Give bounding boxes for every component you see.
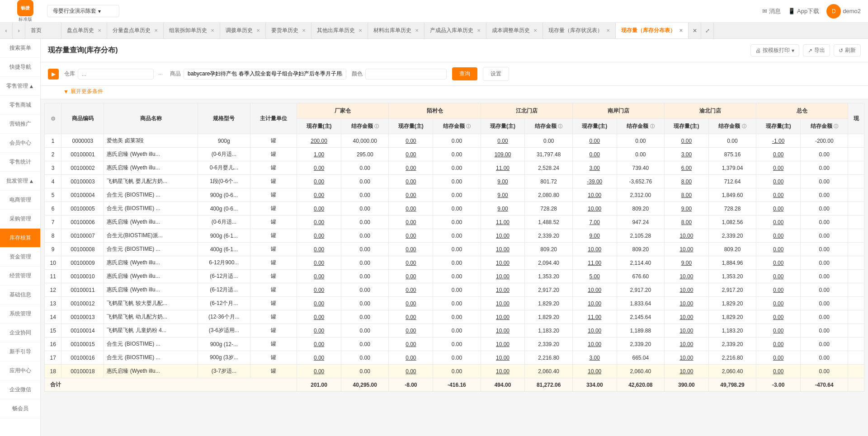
sum-total-amt: -470.64 [801, 378, 848, 392]
sidebar-item-members[interactable]: 会员中心 [0, 134, 40, 153]
printer-icon: 🖨 [755, 47, 761, 54]
close-icon[interactable]: ✕ [256, 28, 260, 33]
sidebar-item-enterprise[interactable]: 企业协同 [0, 323, 40, 342]
close-icon[interactable]: ✕ [415, 28, 419, 33]
tab-split-check[interactable]: 分量盘点单历史✕ [107, 23, 164, 39]
sidebar-item-marketing[interactable]: 营销推广 [0, 115, 40, 134]
th-mucun-qty: 现存量(主) [389, 119, 433, 134]
app-download-button[interactable]: 📱 App下载 [788, 7, 819, 15]
chevron-icon: ▲ [29, 83, 34, 89]
logo-icon: 畅捷 [17, 0, 33, 16]
close-icon[interactable]: ✕ [533, 28, 537, 33]
avatar: D [826, 4, 841, 19]
tab-stock-dist[interactable]: 现存量（库存分布表）✕ [616, 23, 689, 39]
setting-button[interactable]: 设置 [483, 67, 509, 81]
chevron-down-icon: ▾ [98, 8, 101, 14]
expand-row: ▼ 展开更多条件 [41, 86, 868, 99]
tab-material-out[interactable]: 材料出库单历史✕ [368, 23, 425, 39]
table-row: 1000100009惠氏启臻 (Wyeth illu...6-12月900...… [45, 256, 864, 270]
sidebar-item-operations[interactable]: 经营管理 [0, 267, 40, 286]
export-button[interactable]: ↗ 导出 [803, 44, 830, 56]
sidebar-item-retail[interactable]: 零售管理 ▲ [0, 77, 40, 96]
print-button[interactable]: 🖨 按模板打印 ▾ [750, 44, 799, 56]
close-icon[interactable]: ✕ [211, 28, 214, 33]
tab-close-all-btn[interactable]: ✕ [689, 23, 701, 39]
page-actions: 🖨 按模板打印 ▾ ↗ 导出 ↺ 刷新 [750, 44, 861, 56]
top-bar-left: 畅捷 标准版 母婴行业演示陈套 ▾ [7, 0, 119, 23]
tab-home[interactable]: 首页 [25, 23, 61, 39]
close-icon[interactable]: ✕ [606, 28, 610, 33]
product-filter: 商品 [170, 69, 346, 80]
tab-transfer[interactable]: 调拨单历史✕ [220, 23, 266, 39]
product-label: 商品 [170, 70, 181, 78]
th-factory: 厂家仓 [297, 103, 389, 119]
close-icon[interactable]: ✕ [98, 28, 101, 33]
close-icon[interactable]: ✕ [154, 28, 158, 33]
sidebar-item-ecommerce[interactable]: 电商管理 [0, 191, 40, 210]
tab-other-out[interactable]: 其他出库单历史✕ [311, 23, 368, 39]
sidebar-item-inventory[interactable]: 库存核算 [0, 229, 40, 248]
tab-inventory-check[interactable]: 盘点单历史✕ [61, 23, 107, 39]
sum-total-qty: -3.00 [756, 378, 801, 392]
sidebar-item-wechat[interactable]: 企业微信 [0, 380, 40, 399]
th-settings[interactable]: ⚙ [45, 103, 61, 134]
color-label: 颜色 [352, 70, 363, 78]
th-code: 商品编码 [61, 103, 104, 134]
sum-factory-qty: 201.00 [297, 378, 341, 392]
user-info[interactable]: D demo2 [826, 4, 861, 19]
refresh-label: 刷新 [845, 47, 856, 54]
tab-stock-status[interactable]: 现存量（库存状况表）✕ [543, 23, 616, 39]
table-container[interactable]: ⚙ 商品编码 商品名称 规格型号 主计量单位 厂家仓 陌村仓 江北门店 南岸门店… [41, 99, 868, 436]
download-icon: 📱 [788, 8, 795, 14]
th-nanan-amt: 结存金额 ⓘ [617, 119, 664, 134]
th-nanan-qty: 现存量(主) [572, 119, 617, 134]
expand-icon: ▼ [63, 89, 69, 95]
sidebar-item-apps[interactable]: 应用中心 [0, 361, 40, 380]
th-unit: 主计量单位 [250, 103, 297, 134]
tab-cost-adjust[interactable]: 成本调整单历史✕ [486, 23, 543, 39]
tab-assemble[interactable]: 组装拆卸单历史✕ [164, 23, 220, 39]
tab-expand-btn[interactable]: ⤢ [701, 23, 714, 39]
table-row: 300100002惠氏启臻 (Wyeth illu...0-6月婴儿...罐0.… [45, 161, 864, 175]
sidebar-item-basic[interactable]: 基础信息 [0, 286, 40, 305]
sidebar-item-wholesale[interactable]: 批发管理 ▲ [0, 172, 40, 191]
close-icon[interactable]: ✕ [679, 28, 683, 33]
product-input[interactable] [184, 69, 346, 80]
warehouse-ellipsis[interactable]: ··· [156, 71, 165, 77]
export-icon: ↗ [808, 47, 812, 54]
sidebar-item-search[interactable]: 搜索英单 [0, 39, 40, 58]
industry-selector[interactable]: 母婴行业演示陈套 ▾ [47, 5, 119, 17]
messages-button[interactable]: ✉ 消息 [762, 7, 781, 15]
warehouse-filter: 仓库 ··· [64, 69, 165, 80]
color-input[interactable] [365, 69, 447, 80]
tab-prev-btn[interactable]: ‹ [0, 23, 13, 39]
sidebar-item-members2[interactable]: 畅会员 [0, 399, 40, 418]
query-button[interactable]: 查询 [452, 67, 477, 80]
warehouse-input[interactable] [78, 69, 154, 80]
th-total: 总仓 [756, 103, 848, 119]
sidebar-item-system[interactable]: 系统管理 [0, 305, 40, 323]
th-name: 商品名称 [104, 103, 198, 134]
refresh-button[interactable]: ↺ 刷新 [834, 44, 861, 56]
table-row: 800100007合生元(BIOSTIME)派...900g (6-1...罐0… [45, 229, 864, 243]
sidebar-item-finance[interactable]: 资金管理 [0, 248, 40, 267]
tab-demand[interactable]: 要货单历史✕ [266, 23, 311, 39]
tab-next-btn[interactable]: › [13, 23, 25, 39]
sidebar-item-retail-stats[interactable]: 零售统计 [0, 153, 40, 172]
close-icon[interactable]: ✕ [359, 28, 362, 33]
th-nanan: 南岸门店 [572, 103, 664, 119]
sidebar-item-nav[interactable]: 快捷导航 [0, 58, 40, 77]
sidebar-item-purchase[interactable]: 采购管理 [0, 210, 40, 229]
tab-product-in[interactable]: 产成品入库单历史✕ [425, 23, 486, 39]
close-icon[interactable]: ✕ [477, 28, 481, 33]
th-yubei-amt: 结存金额 ⓘ [708, 119, 756, 134]
sum-yubei-qty: 390.00 [665, 378, 709, 392]
close-icon[interactable]: ✕ [302, 28, 306, 33]
sidebar-item-guide[interactable]: 新手引导 [0, 342, 40, 361]
filter-toggle-btn[interactable]: ▶ [48, 69, 59, 80]
expand-conditions-btn[interactable]: ▼ 展开更多条件 [63, 88, 861, 95]
th-total-qty: 现存量(主) [756, 119, 801, 134]
sidebar-item-retail-mall[interactable]: 零售商城 [0, 96, 40, 115]
table-row: 700100006惠氏启臻 (Wyeth illu...(0-6月适...罐0.… [45, 216, 864, 229]
summary-row: 合计 201.00 40,295.00 -8.00 -416.16 494.00… [45, 378, 864, 392]
